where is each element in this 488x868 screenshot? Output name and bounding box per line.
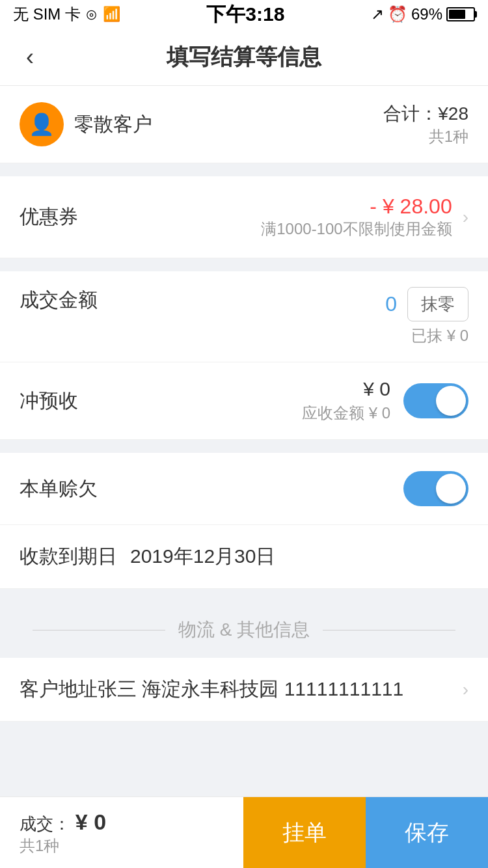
status-bar: 无 SIM 卡 ⊙ 📶 下午3:18 ↗ ⏰ 69% xyxy=(0,0,488,29)
customer-name: 零散客户 xyxy=(74,111,152,138)
prepay-row: 冲预收 ¥ 0 应收金额 ¥ 0 xyxy=(0,362,488,440)
debit-label: 本单赊欠 xyxy=(20,476,98,502)
bottom-deal-amount: ¥ 0 xyxy=(75,809,106,834)
deal-right: 0 抹零 已抹 ¥ 0 xyxy=(385,287,468,346)
deal-label: 成交金额 xyxy=(20,287,98,314)
coupon-row[interactable]: 优惠券 - ¥ 28.00 满1000-100不限制使用金额 › xyxy=(0,176,488,258)
coupon-amount: - ¥ 28.00 xyxy=(261,195,452,219)
debit-toggle-knob xyxy=(436,474,466,504)
divider-2 xyxy=(0,258,488,271)
total-count: 共1种 xyxy=(383,126,468,147)
bottom-summary: 成交： ¥ 0 共1种 xyxy=(0,809,243,856)
prepay-right: ¥ 0 应收金额 ¥ 0 xyxy=(302,378,390,424)
coupon-info: - ¥ 28.00 满1000-100不限制使用金额 xyxy=(261,195,452,239)
save-button[interactable]: 保存 xyxy=(366,797,488,869)
battery-percent: 69% xyxy=(411,5,442,23)
address-chevron-icon: › xyxy=(463,679,468,700)
address-value: 张三 海淀永丰科技园 11111111111 xyxy=(98,676,463,703)
customer-total: 合计：¥28 共1种 xyxy=(383,102,468,147)
deal-row: 成交金额 0 抹零 已抹 ¥ 0 xyxy=(0,271,488,362)
bottom-bar: 成交： ¥ 0 共1种 挂单 保存 xyxy=(0,796,488,868)
bottom-deal-row: 成交： ¥ 0 xyxy=(20,809,224,835)
divider-1 xyxy=(0,163,488,176)
deal-amount-value: 0 xyxy=(385,292,397,316)
coupon-label: 优惠券 xyxy=(20,204,78,230)
prepay-right-wrap: ¥ 0 应收金额 ¥ 0 xyxy=(302,378,468,424)
bottom-deal-label: 成交： xyxy=(20,814,70,834)
location-icon: ↗ xyxy=(371,5,384,23)
bottom-count: 共1种 xyxy=(20,835,224,856)
battery-icon xyxy=(446,7,475,21)
customer-row: 👤 零散客户 合计：¥28 共1种 xyxy=(0,86,488,163)
status-time: 下午3:18 xyxy=(206,1,284,28)
divider-3 xyxy=(0,440,488,453)
coupon-right: - ¥ 28.00 满1000-100不限制使用金额 › xyxy=(261,195,468,239)
due-date-value: 2019年12月30日 xyxy=(130,543,275,570)
page-title: 填写结算等信息 xyxy=(167,42,321,72)
deal-amount-wrap: 0 抹零 xyxy=(385,287,468,321)
avatar-icon: 👤 xyxy=(29,112,55,137)
total-amount: 合计：¥28 xyxy=(383,102,468,126)
debit-toggle[interactable] xyxy=(403,471,468,506)
content: 👤 零散客户 合计：¥28 共1种 优惠券 - ¥ 28.00 满1000-10… xyxy=(0,86,488,868)
address-key: 客户地址 xyxy=(20,676,98,703)
alarm-icon: ⏰ xyxy=(388,5,407,23)
prepay-toggle[interactable] xyxy=(403,383,468,418)
address-row[interactable]: 客户地址 张三 海淀永丰科技园 11111111111 › xyxy=(0,658,488,722)
avatar: 👤 xyxy=(20,102,64,146)
prepay-label: 冲预收 xyxy=(20,388,78,414)
prepay-amount: ¥ 0 xyxy=(363,378,390,400)
nav-bar: ‹ 填写结算等信息 xyxy=(0,29,488,86)
customer-info: 👤 零散客户 xyxy=(20,102,152,146)
already-rounded-text: 已抹 ¥ 0 xyxy=(411,325,468,346)
status-left: 无 SIM 卡 ⊙ 📶 xyxy=(13,4,120,25)
round-button[interactable]: 抹零 xyxy=(407,287,468,321)
wifi-icon: 📶 xyxy=(103,6,120,23)
sim-label: 无 SIM 卡 ⊙ xyxy=(13,4,98,25)
due-date-label: 收款到期日 xyxy=(20,543,117,570)
logistics-header: 物流 & 其他信息 xyxy=(0,602,488,658)
status-right: ↗ ⏰ 69% xyxy=(371,5,475,23)
debit-row: 本单赊欠 xyxy=(0,453,488,525)
coupon-desc: 满1000-100不限制使用金额 xyxy=(261,219,452,239)
toggle-knob xyxy=(436,386,466,416)
divider-4 xyxy=(0,589,488,602)
logistics-label: 物流 & 其他信息 xyxy=(178,617,310,642)
coupon-chevron-icon: › xyxy=(463,207,468,228)
prepay-sub-text: 应收金额 ¥ 0 xyxy=(302,403,390,424)
back-button[interactable]: ‹ xyxy=(20,37,40,77)
hold-button[interactable]: 挂单 xyxy=(243,797,366,869)
due-date-row: 收款到期日 2019年12月30日 xyxy=(0,525,488,589)
